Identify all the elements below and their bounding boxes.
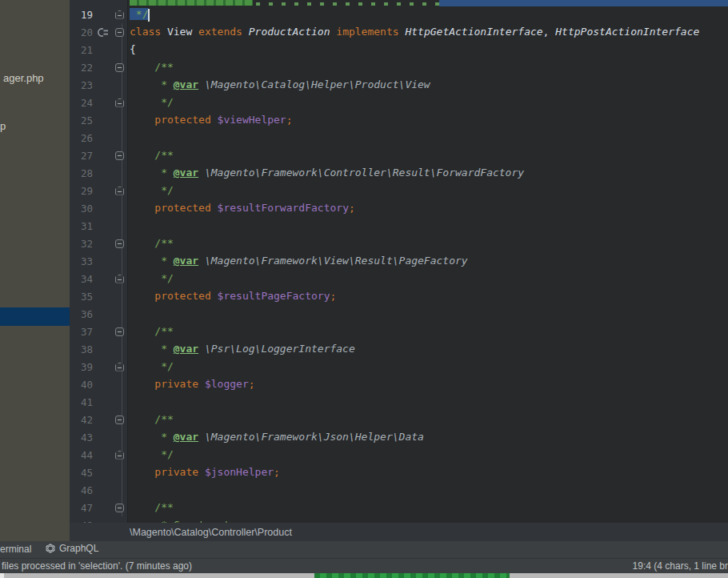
fold-start-icon[interactable] xyxy=(113,415,126,424)
code-line-38[interactable]: 38 * @var \Psr\Log\LoggerInterface xyxy=(70,340,728,358)
code-line-26[interactable]: 26 xyxy=(70,129,728,147)
code-text: */ xyxy=(130,6,150,23)
line-number: 30 xyxy=(70,203,93,215)
code-line-28[interactable]: 28 * @var \Magento\Framework\Controller\… xyxy=(70,164,728,182)
code-line-40[interactable]: 40 private $logger; xyxy=(70,375,728,393)
sidebar-item-file[interactable]: p xyxy=(0,118,6,135)
code-line-41[interactable]: 41 xyxy=(70,393,728,411)
strip-notch xyxy=(0,573,4,578)
line-number: 37 xyxy=(70,326,93,338)
code-line-37[interactable]: 37 /** xyxy=(70,323,728,340)
project-sidebar: ager.php p xyxy=(0,0,70,541)
code-text: private $logger; xyxy=(130,375,255,393)
line-number: 45 xyxy=(70,467,93,479)
line-number: 36 xyxy=(70,308,93,320)
code-line-44[interactable]: 44 */ xyxy=(70,446,728,464)
code-line-20[interactable]: 20class View extends ProductAction imple… xyxy=(70,23,728,41)
code-line-21[interactable]: 21{ xyxy=(70,41,728,58)
code-text: protected $viewHelper; xyxy=(130,111,293,129)
line-number: 25 xyxy=(70,114,93,126)
code-line-35[interactable]: 35 protected $resultPageFactory; xyxy=(70,287,728,305)
graphql-icon xyxy=(46,544,55,553)
line-number: 21 xyxy=(70,44,93,56)
fold-end-icon[interactable] xyxy=(113,187,126,195)
terminal-tab[interactable]: erminal xyxy=(0,544,31,555)
code-text: protected $resultPageFactory; xyxy=(130,287,336,305)
fold-end-icon[interactable] xyxy=(113,98,126,107)
code-text: * @var \Magento\Framework\Json\Helper\Da… xyxy=(130,428,424,446)
code-line-48[interactable]: 48 * Constructor xyxy=(70,516,728,523)
code-line-25[interactable]: 25 protected $viewHelper; xyxy=(70,111,728,129)
code-line-42[interactable]: 42 /** xyxy=(70,411,728,428)
line-number: 22 xyxy=(70,62,93,74)
line-number: 32 xyxy=(70,238,93,250)
line-number: 40 xyxy=(70,379,93,391)
line-number: 34 xyxy=(70,273,93,285)
code-text: */ xyxy=(130,182,174,199)
code-line-43[interactable]: 43 * @var \Magento\Framework\Json\Helper… xyxy=(70,428,728,446)
tool-window-bar: erminal GraphQL xyxy=(0,541,728,558)
code-text: */ xyxy=(130,446,174,464)
text-caret xyxy=(148,9,150,22)
code-lines: 19 */20class View extends ProductAction … xyxy=(70,6,728,523)
line-number: 27 xyxy=(70,150,93,162)
code-text: * @var \Magento\Catalog\Helper\Product\V… xyxy=(130,76,430,94)
line-number: 19 xyxy=(70,9,93,21)
fold-end-icon[interactable] xyxy=(113,451,126,460)
fold-start-icon[interactable] xyxy=(113,327,126,336)
code-line-22[interactable]: 22 /** xyxy=(70,58,728,76)
line-number: 39 xyxy=(70,361,93,373)
code-line-23[interactable]: 23 * @var \Magento\Catalog\Helper\Produc… xyxy=(70,76,728,94)
line-number: 42 xyxy=(70,414,93,426)
code-line-47[interactable]: 47 /** xyxy=(70,499,728,516)
line-number: 38 xyxy=(70,343,93,355)
code-line-27[interactable]: 27 /** xyxy=(70,147,728,164)
breadcrumb[interactable]: \Magento\Catalog\Controller\Product xyxy=(130,527,292,538)
line-number: 43 xyxy=(70,431,93,444)
fold-start-icon[interactable] xyxy=(113,63,126,72)
caret-position-indicator[interactable]: 19:4 (4 chars, 1 line br xyxy=(633,560,728,572)
fold-start-icon[interactable] xyxy=(113,151,126,160)
code-text: * @var \Magento\Framework\View\Result\Pa… xyxy=(130,252,468,270)
sidebar-item-file[interactable]: ager.php xyxy=(3,70,44,87)
fold-end-icon[interactable] xyxy=(113,363,126,371)
sidebar-selected-row[interactable] xyxy=(0,307,70,326)
code-text: */ xyxy=(130,270,174,287)
code-line-34[interactable]: 34 */ xyxy=(70,270,728,287)
fold-start-icon[interactable] xyxy=(113,239,126,248)
line-number: 20 xyxy=(70,26,93,38)
code-line-36[interactable]: 36 xyxy=(70,305,728,323)
line-number: 33 xyxy=(70,255,93,267)
code-text: /** xyxy=(130,411,174,428)
code-line-19[interactable]: 19 */ xyxy=(70,6,728,23)
code-text: private $jsonHelper; xyxy=(130,464,280,481)
line-number: 44 xyxy=(70,449,93,461)
fold-end-icon[interactable] xyxy=(113,10,126,19)
code-text: /** xyxy=(130,235,174,252)
fold-end-icon[interactable] xyxy=(113,275,126,283)
implements-gutter-icon[interactable] xyxy=(93,27,113,38)
line-number: 35 xyxy=(70,291,93,303)
fold-start-icon[interactable] xyxy=(113,28,126,37)
line-number: 46 xyxy=(70,484,93,496)
code-line-29[interactable]: 29 */ xyxy=(70,182,728,199)
status-bar: files processed in 'selection'. (7 minut… xyxy=(0,558,728,573)
status-message: files processed in 'selection'. (7 minut… xyxy=(2,560,192,572)
fold-start-icon[interactable] xyxy=(113,504,126,512)
graphql-tab[interactable]: GraphQL xyxy=(46,543,98,554)
green-button-sliver[interactable] xyxy=(314,573,510,578)
line-number: 28 xyxy=(70,167,93,179)
breadcrumb-bar: \Magento\Catalog\Controller\Product xyxy=(70,523,728,541)
code-line-31[interactable]: 31 xyxy=(70,217,728,235)
code-line-33[interactable]: 33 * @var \Magento\Framework\View\Result… xyxy=(70,252,728,270)
code-line-39[interactable]: 39 */ xyxy=(70,358,728,375)
code-line-24[interactable]: 24 */ xyxy=(70,94,728,111)
code-editor[interactable]: 19 */20class View extends ProductAction … xyxy=(70,0,728,523)
line-number: 41 xyxy=(70,396,93,408)
code-line-46[interactable]: 46 xyxy=(70,481,728,499)
line-number: 23 xyxy=(70,79,93,91)
code-line-32[interactable]: 32 /** xyxy=(70,235,728,252)
code-line-30[interactable]: 30 protected $resultForwardFactory; xyxy=(70,199,728,217)
code-line-45[interactable]: 45 private $jsonHelper; xyxy=(70,464,728,481)
code-text: /** xyxy=(130,58,174,76)
